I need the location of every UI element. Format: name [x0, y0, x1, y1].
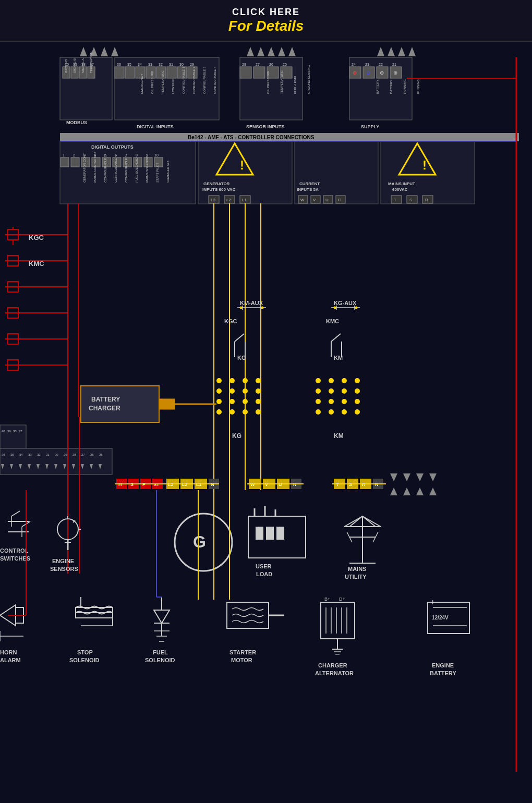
svg-text:24: 24 [352, 63, 356, 66]
svg-text:27: 27 [81, 453, 85, 456]
svg-text:28: 28 [242, 63, 246, 66]
svg-text:23: 23 [365, 63, 369, 66]
svg-point-218 [256, 378, 261, 383]
svg-text:ALTERNATOR: ALTERNATOR [315, 670, 354, 676]
svg-text:CHARGER ALT.: CHARGER ALT. [166, 160, 170, 182]
svg-point-217 [243, 409, 248, 415]
svg-text:BATTERY: BATTERY [376, 80, 379, 94]
svg-text:+: + [430, 598, 435, 606]
svg-text:29: 29 [190, 63, 194, 66]
svg-text:SUPPLY: SUPPLY [361, 124, 379, 129]
svg-text:BATTERY: BATTERY [91, 396, 120, 403]
svg-point-208 [216, 399, 222, 404]
svg-text:25: 25 [283, 63, 287, 66]
svg-text:KM: KM [334, 432, 344, 440]
top-banner[interactable]: CLICK HERE For Details [0, 0, 532, 42]
svg-point-219 [256, 388, 261, 394]
svg-text:UTILITY: UTILITY [345, 574, 367, 580]
svg-point-221 [256, 409, 261, 415]
svg-text:35: 35 [127, 63, 131, 66]
svg-text:⊕: ⊕ [353, 70, 357, 76]
svg-text:DIGITAL INPUTS: DIGITAL INPUTS [137, 124, 174, 129]
svg-text:30: 30 [179, 63, 184, 66]
svg-point-224 [316, 399, 321, 404]
svg-text:KG-AUX: KG-AUX [334, 300, 357, 306]
svg-text:LOW FUEL: LOW FUEL [172, 78, 175, 94]
svg-point-229 [329, 409, 334, 415]
svg-text:TEMPERATURE: TEMPERATURE [161, 70, 164, 94]
svg-rect-119 [198, 141, 292, 204]
svg-rect-320 [276, 527, 284, 540]
svg-rect-319 [266, 527, 274, 540]
svg-text:V: V [313, 198, 316, 202]
svg-text:!: ! [422, 158, 427, 172]
svg-text:MODBUS: MODBUS [66, 120, 87, 125]
svg-text:GENERATOR: GENERATOR [203, 181, 230, 186]
svg-text:START PILOT: START PILOT [156, 163, 159, 182]
svg-text:T: T [394, 198, 396, 202]
svg-text:MOTOR: MOTOR [231, 657, 252, 663]
svg-text:37: 37 [19, 430, 22, 433]
svg-text:31: 31 [46, 453, 50, 456]
svg-text:32: 32 [159, 63, 163, 66]
svg-text:INPUTS 600 VAC: INPUTS 600 VAC [202, 187, 236, 192]
svg-point-237 [355, 409, 360, 415]
svg-text:ALARM: ALARM [0, 657, 21, 663]
svg-rect-146 [391, 196, 402, 203]
svg-text:8: 8 [136, 153, 138, 157]
svg-text:CURRENT: CURRENT [299, 181, 320, 186]
svg-text:38: 38 [13, 430, 17, 433]
svg-text:!: ! [240, 158, 244, 172]
svg-point-228 [329, 399, 334, 404]
svg-point-189 [334, 307, 336, 309]
svg-text:CONFIGURABLE 2: CONFIGURABLE 2 [192, 66, 196, 94]
svg-text:SENSORS: SENSORS [50, 566, 78, 572]
svg-point-213 [229, 409, 235, 415]
svg-point-227 [329, 388, 334, 394]
click-here-text: CLICK HERE [232, 7, 300, 18]
svg-text:BATTERY: BATTERY [430, 670, 456, 676]
svg-text:40: 40 [2, 430, 5, 433]
svg-rect-100 [61, 157, 69, 167]
svg-text:KMC: KMC [326, 318, 339, 324]
svg-text:26: 26 [90, 453, 94, 456]
svg-text:1: 1 [63, 153, 65, 157]
svg-text:L3: L3 [211, 198, 215, 202]
svg-point-215 [243, 388, 248, 394]
svg-text:Be142 - AMF - ATS - CONTROLLER: Be142 - AMF - ATS - CONTROLLER CONNECTIO… [188, 135, 315, 140]
svg-text:S: S [409, 198, 412, 202]
svg-text:FUEL SOLENOID: FUEL SOLENOID [135, 157, 138, 182]
svg-text:25: 25 [99, 453, 103, 456]
svg-point-225 [316, 409, 321, 415]
svg-point-234 [355, 378, 360, 383]
svg-rect-101 [71, 157, 79, 167]
svg-text:600VAC: 600VAC [392, 187, 408, 192]
svg-text:L1: L1 [242, 198, 247, 202]
svg-text:CONFIGURABLE 4: CONFIGURABLE 4 [114, 155, 117, 182]
svg-text:10: 10 [154, 153, 159, 157]
svg-text:BATTERY: BATTERY [390, 80, 393, 94]
svg-text:INPUTS 5A: INPUTS 5A [297, 187, 319, 192]
svg-text:27: 27 [256, 63, 260, 66]
svg-text:ENGINE: ENGINE [432, 662, 454, 668]
svg-text:FUEL-LEVEL: FUEL-LEVEL [294, 75, 297, 94]
svg-point-209 [216, 409, 222, 415]
svg-text:L2: L2 [226, 198, 231, 202]
svg-point-214 [243, 378, 248, 383]
svg-text:33: 33 [28, 453, 32, 456]
svg-text:2: 2 [73, 153, 75, 157]
svg-text:26: 26 [269, 63, 273, 66]
svg-text:⊕: ⊕ [393, 70, 397, 76]
svg-point-235 [355, 388, 360, 394]
svg-point-220 [256, 399, 261, 404]
svg-text:CONFIGURABLE 2: CONFIGURABLE 2 [104, 155, 107, 182]
svg-rect-318 [256, 527, 263, 540]
svg-point-207 [216, 388, 222, 394]
svg-point-184 [261, 307, 264, 309]
svg-text:⊖: ⊖ [366, 70, 370, 76]
svg-rect-42 [167, 67, 176, 78]
svg-text:G: G [193, 532, 206, 551]
svg-text:CHARGER: CHARGER [318, 662, 347, 668]
svg-text:ENGINE: ENGINE [52, 558, 74, 564]
svg-text:DIGITAL OUTPUTS: DIGITAL OUTPUTS [91, 144, 134, 150]
